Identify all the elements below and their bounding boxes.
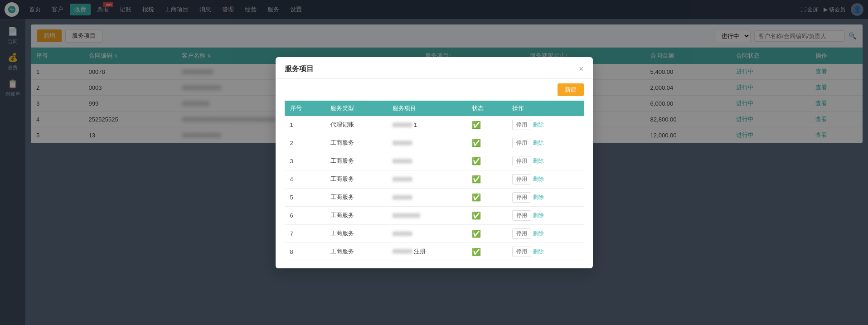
modal-cell-actions: 停用删除 <box>507 152 583 170</box>
delete-button[interactable]: 删除 <box>533 175 544 183</box>
stop-button[interactable]: 停用 <box>512 192 531 203</box>
modal-cell-seq: 7 <box>285 224 325 243</box>
modal-col-type: 服务类型 <box>325 101 387 116</box>
modal-cell-status: ✅ <box>466 152 507 170</box>
table-row: 6 工商服务 XXXXXXX ✅ 停用删除 <box>285 206 584 224</box>
modal-col-item: 服务项目 <box>387 101 466 116</box>
modal-cell-seq: 6 <box>285 206 325 224</box>
modal-add-new-button[interactable]: 新建 <box>558 83 584 96</box>
modal-cell-type: 工商服务 <box>325 170 387 188</box>
modal-cell-type: 工商服务 <box>325 206 387 224</box>
table-row: 1 代理记账 XXXXX 1 ✅ 停用删除 <box>285 116 584 134</box>
delete-button[interactable]: 删除 <box>533 212 544 219</box>
table-row: 5 工商服务 XXXXX ✅ 停用删除 <box>285 188 584 206</box>
modal-cell-actions: 停用删除 <box>507 134 583 152</box>
modal-cell-seq: 8 <box>285 243 325 261</box>
modal-cell-actions: 停用删除 <box>507 116 583 134</box>
status-check-icon: ✅ <box>472 248 481 256</box>
modal-cell-status: ✅ <box>466 243 507 261</box>
modal-body: 序号 服务类型 服务项目 状态 操作 1 代理记账 XXXXX 1 ✅ 停用删 <box>276 101 593 268</box>
modal-cell-type: 工商服务 <box>325 134 387 152</box>
modal-cell-status: ✅ <box>466 134 507 152</box>
modal-cell-type: 工商服务 <box>325 152 387 170</box>
table-row: 2 工商服务 XXXXX ✅ 停用删除 <box>285 134 584 152</box>
modal-cell-status: ✅ <box>466 206 507 224</box>
modal-cell-seq: 1 <box>285 116 325 134</box>
modal-cell-item: XXXXX <box>387 134 466 152</box>
modal-title: 服务项目 <box>285 64 314 74</box>
modal-cell-seq: 5 <box>285 188 325 206</box>
modal-cell-seq: 4 <box>285 170 325 188</box>
service-items-modal: 服务项目 × 新建 序号 服务类型 服务项目 <box>276 57 593 268</box>
modal-cell-seq: 2 <box>285 134 325 152</box>
stop-button[interactable]: 停用 <box>512 156 531 166</box>
delete-button[interactable]: 删除 <box>533 230 544 238</box>
modal-cell-status: ✅ <box>466 224 507 243</box>
modal-cell-item: XXXXXXX <box>387 206 466 224</box>
stop-button[interactable]: 停用 <box>512 174 531 184</box>
modal-cell-item: XXXXX <box>387 188 466 206</box>
modal-close-button[interactable]: × <box>579 65 584 73</box>
modal-table-wrap: 序号 服务类型 服务项目 状态 操作 1 代理记账 XXXXX 1 ✅ 停用删 <box>276 101 593 268</box>
delete-button[interactable]: 删除 <box>533 157 544 165</box>
status-check-icon: ✅ <box>472 121 481 129</box>
stop-button[interactable]: 停用 <box>512 228 531 239</box>
status-check-icon: ✅ <box>472 175 481 183</box>
modal-overlay[interactable]: 服务项目 × 新建 序号 服务类型 服务项目 <box>25 19 868 325</box>
modal-header: 服务项目 × <box>276 57 593 79</box>
modal-cell-item: XXXXX 1 <box>387 116 466 134</box>
modal-cell-actions: 停用删除 <box>507 188 583 206</box>
status-check-icon: ✅ <box>472 230 481 238</box>
modal-col-seq: 序号 <box>285 101 325 116</box>
modal-cell-type: 工商服务 <box>325 224 387 243</box>
delete-button[interactable]: 删除 <box>533 248 544 256</box>
status-check-icon: ✅ <box>472 157 481 165</box>
table-row: 4 工商服务 XXXXX ✅ 停用删除 <box>285 170 584 188</box>
table-row: 7 工商服务 XXXXX ✅ 停用删除 <box>285 224 584 243</box>
modal-cell-actions: 停用删除 <box>507 243 583 261</box>
modal-cell-type: 工商服务 <box>325 188 387 206</box>
modal-col-status: 状态 <box>466 101 507 116</box>
delete-button[interactable]: 删除 <box>533 121 544 129</box>
modal-cell-item: XXXXX <box>387 152 466 170</box>
stop-button[interactable]: 停用 <box>512 120 531 130</box>
modal-cell-item: XXXXX <box>387 224 466 243</box>
modal-cell-status: ✅ <box>466 116 507 134</box>
service-items-table: 序号 服务类型 服务项目 状态 操作 1 代理记账 XXXXX 1 ✅ 停用删 <box>285 101 584 261</box>
stop-button[interactable]: 停用 <box>512 210 531 221</box>
modal-cell-type: 工商服务 <box>325 243 387 261</box>
delete-button[interactable]: 删除 <box>533 139 544 147</box>
modal-cell-status: ✅ <box>466 188 507 206</box>
table-row: 8 工商服务 XXXXX 注册 ✅ 停用删除 <box>285 243 584 261</box>
main-content: 新增 服务项目 进行中 已完成 已终止 全部 🔍 序号 <box>25 19 868 325</box>
modal-cell-actions: 停用删除 <box>507 170 583 188</box>
stop-button[interactable]: 停用 <box>512 247 531 257</box>
status-check-icon: ✅ <box>472 212 481 219</box>
modal-cell-item: XXXXX 注册 <box>387 243 466 261</box>
modal-cell-seq: 3 <box>285 152 325 170</box>
stop-button[interactable]: 停用 <box>512 138 531 148</box>
status-check-icon: ✅ <box>472 139 481 147</box>
modal-cell-status: ✅ <box>466 170 507 188</box>
modal-cell-actions: 停用删除 <box>507 224 583 243</box>
modal-col-action: 操作 <box>507 101 583 116</box>
table-row: 3 工商服务 XXXXX ✅ 停用删除 <box>285 152 584 170</box>
modal-toolbar: 新建 <box>276 79 593 101</box>
delete-button[interactable]: 删除 <box>533 194 544 201</box>
modal-cell-item: XXXXX <box>387 170 466 188</box>
modal-cell-actions: 停用删除 <box>507 206 583 224</box>
status-check-icon: ✅ <box>472 194 481 201</box>
modal-cell-type: 代理记账 <box>325 116 387 134</box>
main-layout: 📄 合同 💰 收费 📋 对账单 新增 服务项目 进行中 已完成 已终止 <box>0 19 868 325</box>
